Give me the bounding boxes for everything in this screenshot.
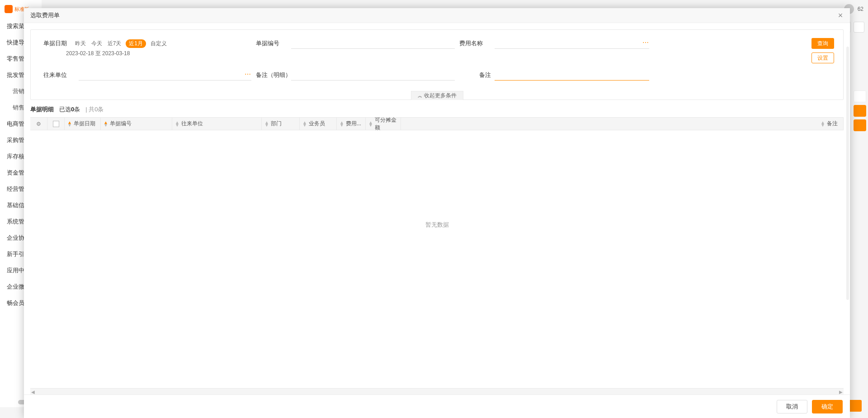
sort-down-icon: ▼ — [821, 124, 825, 127]
column-settings[interactable]: ⚙ — [30, 118, 47, 130]
more-icon[interactable]: ⋯ — [642, 39, 648, 46]
col-party[interactable]: ▲▼往来单位 — [172, 118, 262, 130]
modal-footer: 取消 确定 — [24, 394, 850, 418]
date-label: 单据日期 — [43, 38, 67, 48]
filter-fee-name: 费用名称 ⋯ — [459, 38, 649, 49]
remark-input[interactable] — [495, 70, 649, 81]
result-table: ⚙ ▲▼单据日期 ▲▼单据编号 ▲▼往来单位 ▲▼部门 ▲▼业务员 ▲▼费用..… — [30, 117, 844, 388]
sort-down-icon: ▼ — [340, 124, 344, 127]
bg-sq — [854, 90, 866, 102]
scrollbar[interactable] — [846, 47, 849, 300]
settings-button[interactable]: 设置 — [811, 52, 834, 63]
doc-no-label: 单据编号 — [256, 38, 291, 48]
date-quick-yesterday[interactable]: 昨天 — [74, 40, 87, 48]
collapse-label: 收起更多条件 — [424, 92, 457, 100]
party-label: 往来单位 — [43, 70, 79, 79]
col-fee[interactable]: ▲▼费用... — [337, 118, 366, 130]
sort-down-icon: ▼ — [302, 124, 307, 127]
sort-down-icon: ▼ — [264, 124, 269, 127]
modal-body: 单据日期 昨天 今天 近7天 近1月 自定义 2023-02-18 至 2023… — [24, 23, 850, 394]
bg-right-strip — [854, 90, 866, 131]
logo-icon — [5, 5, 13, 13]
select-fee-modal: 选取费用单 × 单据日期 昨天 今天 近7天 近1月 自定义 — [24, 8, 850, 418]
col-amount[interactable]: ▲▼可分摊金额 — [366, 118, 401, 130]
filter-doc-no: 单据编号 — [256, 38, 455, 49]
no-data-label: 暂无数据 — [425, 221, 449, 229]
bg-btn[interactable] — [854, 22, 864, 33]
sort-down-icon: ▼ — [368, 124, 373, 127]
bg-sq — [854, 119, 866, 131]
table-body: 暂无数据 — [30, 130, 844, 388]
filter-date: 单据日期 昨天 今天 近7天 近1月 自定义 2023-02-18 至 2023… — [43, 38, 251, 57]
remark-detail-label: 备注（明细） — [256, 70, 291, 79]
remark-detail-input[interactable] — [291, 70, 455, 81]
col-employee[interactable]: ▲▼业务员 — [300, 118, 337, 130]
total-count: | 共0条 — [85, 105, 104, 114]
close-icon[interactable]: × — [836, 11, 844, 19]
table-head: ⚙ ▲▼单据日期 ▲▼单据编号 ▲▼往来单位 ▲▼部门 ▲▼业务员 ▲▼费用..… — [30, 118, 844, 130]
sort-down-icon: ▼ — [175, 124, 179, 127]
result-main-label: 单据明细 — [30, 105, 54, 114]
date-quick-today[interactable]: 今天 — [90, 40, 103, 48]
date-quick-week[interactable]: 近7天 — [107, 40, 123, 48]
col-remark[interactable]: ▲▼备注 — [401, 118, 844, 130]
bg-sq — [854, 105, 866, 117]
col-date[interactable]: ▲▼单据日期 — [65, 118, 101, 130]
bg-bottom-btn — [848, 400, 862, 412]
filter-party: 往来单位 ⋯ — [43, 70, 251, 81]
filter-remark-detail: 备注（明细） — [256, 70, 455, 81]
scroll-left-icon: ◀ — [31, 390, 35, 394]
confirm-button[interactable]: 确定 — [812, 400, 843, 413]
checkbox-icon — [53, 121, 59, 127]
selected-count: 已选0条 — [59, 105, 80, 114]
date-quick-month[interactable]: 近1月 — [126, 39, 146, 48]
doc-no-input[interactable] — [291, 38, 455, 49]
modal-title: 选取费用单 — [30, 11, 60, 19]
col-dept[interactable]: ▲▼部门 — [262, 118, 300, 130]
collapse-toggle[interactable]: ︽ 收起更多条件 — [411, 91, 463, 100]
fee-name-label: 费用名称 — [459, 38, 495, 48]
date-quick-custom[interactable]: 自定义 — [150, 40, 168, 48]
query-button[interactable]: 查询 — [811, 38, 834, 49]
remark-label: 备注 — [459, 70, 495, 79]
fee-name-input[interactable] — [495, 38, 649, 49]
gear-icon: ⚙ — [36, 121, 41, 127]
party-input[interactable] — [79, 70, 251, 81]
scroll-right-icon: ▶ — [839, 390, 843, 394]
chevron-up-icon: ︽ — [418, 93, 422, 99]
modal-header: 选取费用单 × — [24, 8, 850, 23]
h-scrollbar[interactable]: ◀ ▶ — [30, 388, 844, 394]
filter-actions: 查询 设置 — [811, 38, 834, 63]
more-icon[interactable]: ⋯ — [245, 71, 250, 78]
sort-down-icon: ▼ — [104, 124, 108, 127]
sort-down-icon: ▼ — [67, 124, 72, 127]
select-all[interactable] — [47, 118, 65, 130]
col-doc-no[interactable]: ▲▼单据编号 — [101, 118, 172, 130]
filter-panel: 单据日期 昨天 今天 近7天 近1月 自定义 2023-02-18 至 2023… — [30, 29, 844, 100]
cancel-button[interactable]: 取消 — [777, 400, 807, 413]
user-label: 62 — [858, 6, 863, 12]
date-range: 2023-02-18 至 2023-03-18 — [43, 50, 168, 57]
filter-remark: 备注 — [459, 70, 649, 81]
result-header: 单据明细 已选0条 | 共0条 — [24, 100, 850, 117]
